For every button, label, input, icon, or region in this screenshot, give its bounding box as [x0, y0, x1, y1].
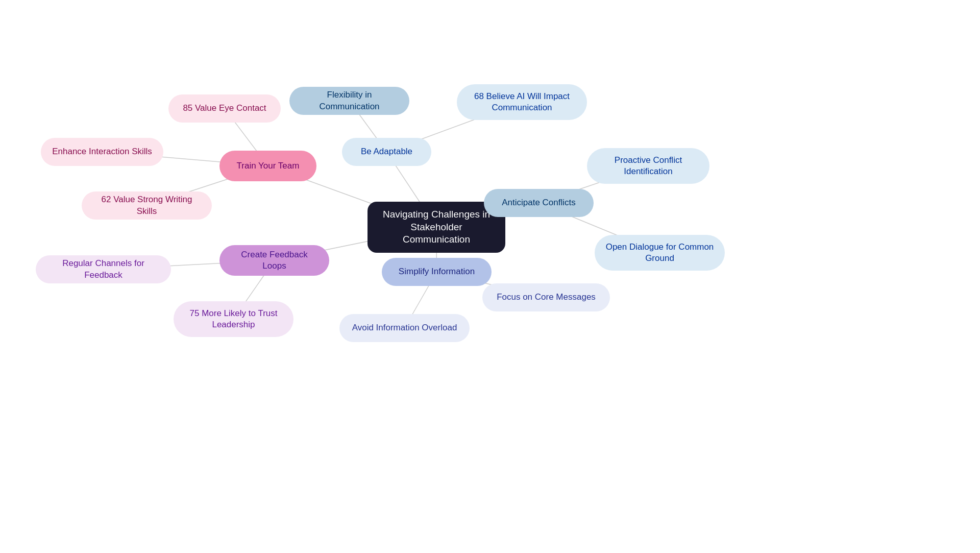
mind-map-canvas: Navigating Challenges in Stakeholder Com… — [0, 0, 980, 553]
node-enhance-interaction: Enhance Interaction Skills — [41, 138, 163, 166]
node-believe-ai: 68 Believe AI Will Impact Communication — [457, 84, 587, 120]
node-simplify-info: Simplify Information — [382, 258, 492, 286]
node-be-adaptable: Be Adaptable — [342, 138, 431, 166]
node-trust-leadership: 75 More Likely to Trust Leadership — [174, 301, 293, 337]
node-open-dialogue: Open Dialogue for Common Ground — [595, 235, 725, 271]
node-anticipate-conflicts: Anticipate Conflicts — [484, 189, 594, 217]
node-train-team: Train Your Team — [219, 151, 316, 181]
node-proactive-conflict: Proactive Conflict Identification — [587, 148, 709, 184]
node-focus-core: Focus on Core Messages — [482, 283, 610, 311]
node-avoid-overload: Avoid Information Overload — [339, 314, 470, 342]
node-create-feedback: Create Feedback Loops — [219, 245, 329, 276]
node-flexibility: Flexibility in Communication — [289, 87, 409, 115]
node-strong-writing: 62 Value Strong Writing Skills — [82, 191, 212, 220]
node-regular-channels: Regular Channels for Feedback — [36, 255, 171, 283]
center-node: Navigating Challenges in Stakeholder Com… — [368, 202, 505, 253]
node-value-eye-contact: 85 Value Eye Contact — [168, 94, 281, 123]
